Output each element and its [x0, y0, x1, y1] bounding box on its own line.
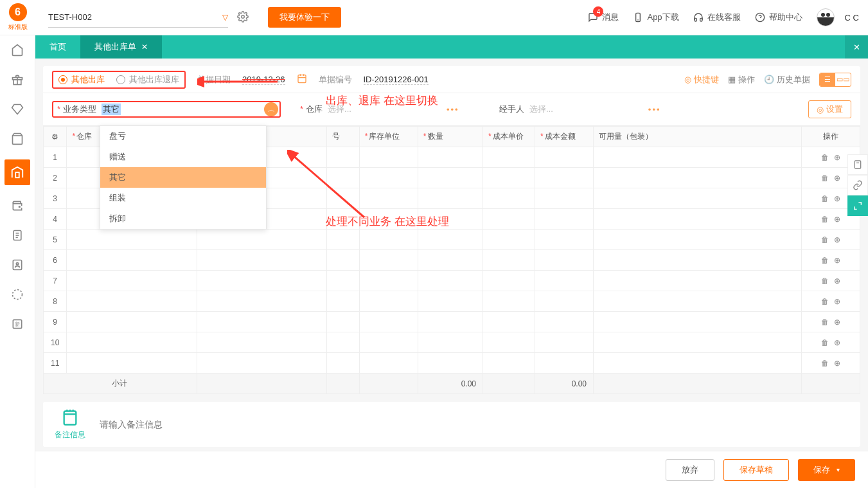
col-available: 可用量（包装） — [594, 127, 802, 147]
delete-icon[interactable]: 🗑 — [821, 256, 829, 265]
cycle-icon[interactable] — [10, 287, 24, 302]
radio-outbound[interactable]: 其他出库 — [58, 74, 105, 86]
delete-icon[interactable]: 🗑 — [821, 338, 829, 347]
col-operate: 操作 — [801, 127, 860, 147]
add-row-icon[interactable]: ⊕ — [834, 235, 840, 244]
close-icon[interactable]: ✕ — [141, 42, 148, 51]
messages-label: 消息 — [602, 12, 619, 23]
bag-icon[interactable] — [10, 132, 24, 146]
delete-icon[interactable]: 🗑 — [821, 194, 829, 203]
dropdown-item[interactable]: 拆卸 — [100, 208, 266, 229]
note-icon[interactable] — [847, 154, 868, 175]
delete-icon[interactable]: 🗑 — [821, 174, 829, 183]
add-row-icon[interactable]: ⊕ — [834, 215, 840, 224]
right-float-tools — [847, 154, 868, 216]
delete-icon[interactable]: 🗑 — [821, 318, 829, 327]
discard-button[interactable]: 放弃 — [666, 459, 714, 481]
add-row-icon[interactable]: ⊕ — [834, 194, 840, 203]
brand-glyph: 6 — [9, 3, 27, 21]
doc-no-label: 单据编号 — [319, 74, 352, 86]
add-row-icon[interactable]: ⊕ — [834, 359, 840, 368]
svg-rect-20 — [298, 75, 306, 83]
row-number: 9 — [44, 312, 67, 332]
gift-icon[interactable] — [10, 73, 24, 87]
add-row-icon[interactable]: ⊕ — [834, 318, 840, 327]
row-actions: 🗑⊕ — [801, 353, 860, 374]
handler-filter[interactable]: 经手人 选择... ••• — [499, 104, 679, 115]
tab-other-outbound[interactable]: 其他出库单 ✕ — [80, 35, 162, 59]
card-header: 其他出库 其他出库退库 单据日期 2019-12-26 单据编号 ID-2019… — [43, 66, 860, 93]
calendar-icon[interactable] — [297, 73, 307, 86]
table-row[interactable]: 5🗑⊕ — [44, 230, 860, 250]
operate-link[interactable]: ▦ 操作 — [728, 74, 755, 86]
doc-type-radios: 其他出库 其他出库退库 — [52, 71, 186, 89]
online-service-link[interactable]: 在线客服 — [693, 12, 741, 23]
clipboard-icon[interactable] — [10, 228, 24, 242]
link-icon[interactable] — [847, 175, 868, 195]
dropdown-item-selected[interactable]: 其它 — [100, 167, 266, 188]
shortcut-link[interactable]: ◎ 快捷键 — [684, 74, 719, 86]
expand-icon[interactable] — [847, 195, 868, 216]
svg-rect-1 — [636, 13, 641, 21]
tab-home[interactable]: 首页 — [35, 35, 80, 59]
add-row-icon[interactable]: ⊕ — [834, 276, 840, 285]
dropdown-item[interactable]: 组装 — [100, 188, 266, 208]
row-number: 11 — [44, 353, 67, 374]
settings-icon[interactable] — [237, 11, 249, 24]
svg-point-16 — [16, 263, 18, 265]
history-link[interactable]: 🕘 历史单据 — [764, 74, 810, 86]
top-bar: 6 标准版 TEST-H002 ▽ 我要体验一下 4 消息 App下载 在线客服… — [0, 0, 868, 35]
settings-button[interactable]: ◎ 设置 — [808, 100, 851, 118]
chevron-up-icon[interactable]: ︿ — [264, 102, 278, 116]
save-draft-button[interactable]: 保存草稿 — [723, 459, 789, 481]
new-icon[interactable]: 新 — [10, 317, 24, 331]
delete-icon[interactable]: 🗑 — [821, 215, 829, 224]
add-row-icon[interactable]: ⊕ — [834, 153, 840, 162]
biz-type-dropdown: 盘亏 赠送 其它 组装 拆卸 — [100, 125, 267, 230]
delete-icon[interactable]: 🗑 — [821, 297, 829, 306]
close-all-tabs[interactable]: ✕ — [845, 35, 868, 59]
contact-icon[interactable] — [10, 258, 24, 272]
home-icon[interactable] — [10, 43, 24, 57]
col-qty: *数量 — [418, 127, 483, 147]
experience-button[interactable]: 我要体验一下 — [268, 7, 341, 28]
avatar-icon — [817, 8, 835, 26]
table-row[interactable]: 10🗑⊕ — [44, 332, 860, 353]
app-download-link[interactable]: App下载 — [633, 12, 678, 23]
view-switch[interactable]: ☰ ▭▭ — [819, 73, 851, 87]
dropdown-item[interactable]: 盘亏 — [100, 126, 266, 147]
delete-icon[interactable]: 🗑 — [821, 153, 829, 162]
remark-input[interactable] — [100, 413, 849, 436]
table-row[interactable]: 8🗑⊕ — [44, 291, 860, 312]
help-center-link[interactable]: 帮助中心 — [755, 12, 802, 23]
radio-return[interactable]: 其他出库退库 — [116, 74, 179, 86]
row-number: 8 — [44, 291, 67, 312]
more-icon[interactable]: ••• — [648, 105, 661, 114]
add-row-icon[interactable]: ⊕ — [834, 174, 840, 183]
dropdown-item[interactable]: 赠送 — [100, 147, 266, 167]
delete-icon[interactable]: 🗑 — [821, 276, 829, 285]
messages-link[interactable]: 4 消息 — [588, 12, 619, 23]
biz-type-value[interactable]: 其它 — [102, 104, 121, 115]
warehouse-filter[interactable]: 仓库 选择... ••• — [300, 104, 480, 115]
table-row[interactable]: 6🗑⊕ — [44, 250, 860, 271]
delete-icon[interactable]: 🗑 — [821, 235, 829, 244]
diamond-icon[interactable] — [10, 102, 24, 116]
table-row[interactable]: 9🗑⊕ — [44, 312, 860, 332]
table-row[interactable]: 11🗑⊕ — [44, 353, 860, 374]
save-button[interactable]: 保存▾ — [798, 459, 855, 481]
delete-icon[interactable]: 🗑 — [821, 359, 829, 368]
add-row-icon[interactable]: ⊕ — [834, 256, 840, 265]
add-row-icon[interactable]: ⊕ — [834, 338, 840, 347]
more-icon[interactable]: ••• — [447, 105, 459, 114]
remark-label: 备注信息 — [55, 429, 85, 440]
tenant-selector[interactable]: TEST-H002 ▽ — [48, 7, 228, 28]
table-row[interactable]: 7🗑⊕ — [44, 271, 860, 291]
doc-date-value[interactable]: 2019-12-26 — [242, 75, 285, 85]
user-menu[interactable]: C C — [817, 8, 859, 26]
column-settings-icon[interactable]: ⚙ — [44, 127, 67, 147]
money-icon[interactable] — [10, 199, 24, 213]
add-row-icon[interactable]: ⊕ — [834, 297, 840, 306]
warehouse-icon[interactable] — [4, 159, 30, 185]
view-grid-icon: ▭▭ — [835, 73, 851, 86]
